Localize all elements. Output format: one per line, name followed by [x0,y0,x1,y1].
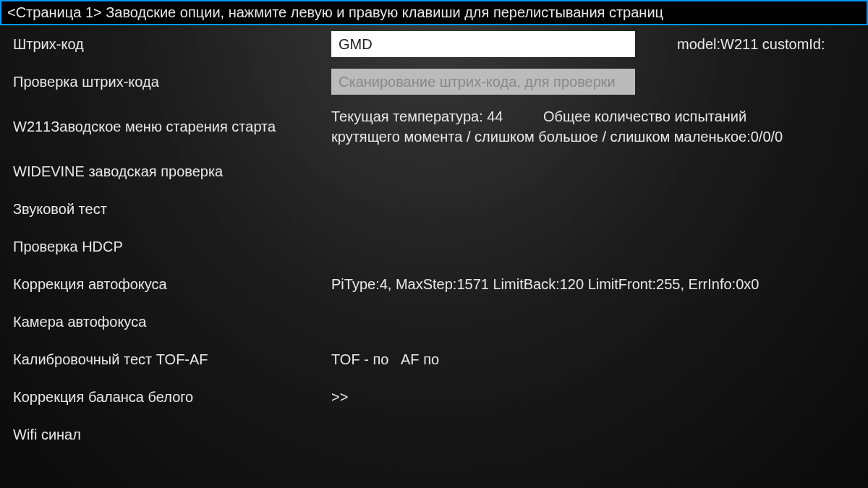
row-tof-af[interactable]: Калибровочный тест TOF-AF TOF - по AF по [13,341,855,378]
af-camera-label: Камера автофокуса [13,314,331,330]
row-barcode-check[interactable]: Проверка штрих-кода [13,63,855,100]
aging-menu-label: W211Заводское меню старения старта [13,119,331,135]
tof-af-value: TOF - по AF по [331,351,855,368]
settings-list: Штрих-код model:W211 customId: Проверка … [0,25,868,453]
row-wifi[interactable]: Wifi синал [13,416,855,453]
page-header: <Страница 1> Заводские опции, нажмите ле… [0,0,868,25]
wifi-label: Wifi синал [13,427,331,443]
wb-correction-value: >> [331,389,855,406]
barcode-check-value-area [331,69,855,95]
wb-correction-label: Коррекция баланса белого [13,389,331,406]
af-correction-value: PiType:4, MaxStep:1571 LimitBack:120 Lim… [331,276,855,293]
row-sound-test[interactable]: Звуковой тест [13,190,855,228]
row-barcode[interactable]: Штрих-код model:W211 customId: [13,25,855,63]
row-af-correction[interactable]: Коррекция автофокуса PiType:4, MaxStep:1… [13,265,855,303]
barcode-input[interactable] [331,31,635,57]
row-wb-correction[interactable]: Коррекция баланса белого >> [13,378,855,416]
barcode-value-area: model:W211 customId: [331,31,855,57]
barcode-check-input[interactable] [331,69,635,95]
model-info: model:W211 customId: [677,36,825,53]
barcode-label: Штрих-код [13,36,331,53]
sound-test-label: Звуковой тест [13,201,331,218]
barcode-check-label: Проверка штрих-кода [13,74,331,90]
tof-af-label: Калибровочный тест TOF-AF [13,351,331,368]
hdcp-label: Проверка HDCP [13,239,331,255]
row-hdcp[interactable]: Проверка HDCP [13,228,855,265]
widevine-label: WIDEVINE заводская проверка [13,163,331,180]
aging-menu-status: Текущая температура: 44 Общее количество… [331,106,855,147]
header-title: <Страница 1> Заводские опции, нажмите ле… [7,4,663,20]
aging-torque-line: крутящего момента / слишком большое / сл… [331,127,783,147]
aging-temp-line: Текущая температура: 44 Общее количество… [331,106,783,127]
row-af-camera[interactable]: Камера автофокуса [13,303,855,341]
af-correction-label: Коррекция автофокуса [13,276,331,293]
row-widevine[interactable]: WIDEVINE заводская проверка [13,153,855,190]
row-aging-menu[interactable]: W211Заводское меню старения старта Текущ… [13,100,855,153]
